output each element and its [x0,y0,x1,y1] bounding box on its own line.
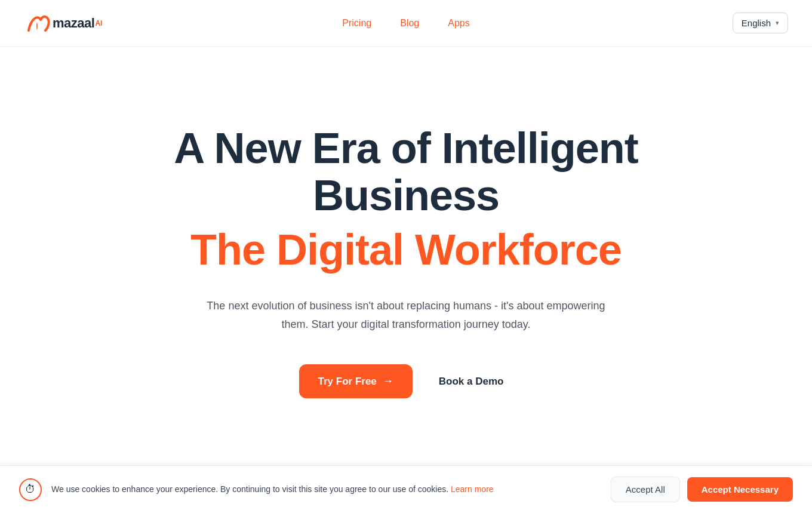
try-for-free-button[interactable]: Try For Free → [299,364,413,398]
logo-link[interactable]: mazaalAI [24,10,102,36]
arrow-icon: → [383,375,393,388]
clock-icon: ⏱ [25,483,36,496]
nav-right: English ▾ [733,13,788,33]
logo-icon [24,10,50,36]
hero-subtitle: The next evolution of business isn't abo… [203,297,609,333]
nav-blog[interactable]: Blog [400,18,419,29]
hero-title-orange: The Digital Workforce [174,224,638,275]
accept-necessary-button[interactable]: Accept Necessary [687,477,793,502]
cookie-banner: ⏱ We use cookies to enhance your experie… [0,465,812,513]
hero-title-line1: A New Era of Intelligent Business [174,124,638,219]
cookie-icon-wrap: ⏱ [19,478,42,501]
language-selector[interactable]: English ▾ [733,13,788,33]
cookie-left: ⏱ We use cookies to enhance your experie… [19,478,599,501]
logo-ai-badge: AI [95,19,102,27]
language-current: English [742,18,771,28]
cookie-text: We use cookies to enhance your experienc… [51,483,494,496]
nav-links: Pricing Blog Apps [342,18,469,29]
logo-text: mazaal [53,16,94,31]
hero-section: A New Era of Intelligent Business The Di… [0,47,812,453]
learn-more-link[interactable]: Learn more [451,484,494,494]
hero-buttons: Try For Free → Book a Demo [299,364,513,398]
hero-title: A New Era of Intelligent Business The Di… [174,125,638,276]
nav-apps[interactable]: Apps [448,18,469,29]
accept-all-button[interactable]: Accept All [611,477,680,502]
chevron-down-icon: ▾ [776,19,779,27]
book-demo-button[interactable]: Book a Demo [429,365,513,398]
navbar: mazaalAI Pricing Blog Apps English ▾ [0,0,812,47]
try-for-free-label: Try For Free [318,376,377,388]
nav-pricing[interactable]: Pricing [342,18,371,29]
cookie-buttons: Accept All Accept Necessary [611,477,793,502]
